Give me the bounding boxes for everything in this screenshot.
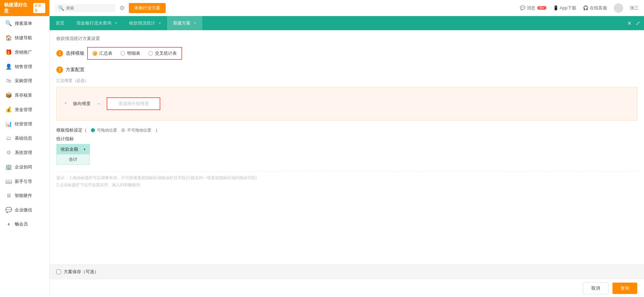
metrics-total-row: 合计 bbox=[57, 154, 90, 164]
sidebar-item-search-menu[interactable]: 🔍 搜索菜单 bbox=[0, 16, 49, 31]
tab-bank-flow-close[interactable]: × bbox=[115, 21, 117, 26]
tab-new-plan-close[interactable]: × bbox=[194, 21, 196, 26]
step2-header: 2 方案配置 bbox=[56, 66, 637, 73]
cancel-button[interactable]: 取消 bbox=[583, 282, 608, 294]
sidebar-item-label: 企业微信 bbox=[15, 207, 32, 213]
search-icon: 🔍 bbox=[58, 5, 64, 11]
sidebar-item-membership[interactable]: ♦ 畅会员 bbox=[0, 217, 49, 231]
query-button[interactable]: 查询 bbox=[612, 283, 637, 294]
sidebar-item-quick-nav[interactable]: 🏠 快捷导航 bbox=[0, 31, 49, 45]
tabs-bar: 首页 现金银行流水查询 × 收款情况统计 × 新建方案 × ✕ ⤢ bbox=[50, 16, 644, 30]
gift-icon: 🎁 bbox=[5, 49, 12, 55]
download-item[interactable]: 📱 App下载 bbox=[553, 5, 576, 11]
stat-label: 统计指标 bbox=[56, 136, 90, 142]
save-plan-checkbox[interactable] bbox=[56, 269, 61, 274]
step1-section: 1 选择模板 汇总表 明细表 交叉统计表 bbox=[56, 47, 637, 60]
notification-badge: 99+ bbox=[537, 6, 546, 10]
sidebar-item-label: 快捷导航 bbox=[15, 35, 32, 41]
tip1: 提示： 1.拖动标题栏可以调整布局，不可跨维度或指标区域拖动栏目字段(只能在同一… bbox=[56, 175, 637, 181]
sales-icon: 👤 bbox=[5, 63, 12, 70]
non-draggable-toggle: 不可拖动位置 bbox=[121, 128, 151, 133]
notification-item[interactable]: 💬 消息 99+ bbox=[520, 5, 546, 11]
draggable-label: 可拖动位置 bbox=[97, 128, 117, 133]
tabs-actions: ✕ ⤢ bbox=[623, 16, 644, 30]
radio-cross[interactable]: 交叉统计表 bbox=[148, 50, 177, 56]
tab-collection-stats-close[interactable]: × bbox=[159, 21, 161, 26]
content-inner: 收款情况统计方案设置 1 选择模板 汇总表 明细表 bbox=[50, 30, 644, 264]
sidebar-item-label: 采购管理 bbox=[15, 78, 32, 84]
radio-summary[interactable]: 汇总表 bbox=[93, 50, 112, 56]
step2-number: 2 bbox=[56, 66, 63, 73]
gear-icon[interactable]: ⚙ bbox=[119, 4, 125, 12]
support-label: 在线客服 bbox=[590, 5, 607, 11]
topbar-right: 💬 消息 99+ 📱 App下载 🎧 在线客服 张三 bbox=[520, 3, 639, 13]
basic-info-icon: 🗂 bbox=[5, 135, 12, 141]
logo-badge: 标准版 bbox=[33, 3, 45, 13]
sidebar-item-label: 库存核算 bbox=[15, 92, 32, 98]
metrics-setting-label: 模板指标设定（ bbox=[56, 127, 87, 133]
radio-detail-label: 明细表 bbox=[127, 50, 140, 56]
sidebar-item-label: 搜索菜单 bbox=[15, 20, 32, 27]
sidebar-item-enterprise-wechat[interactable]: 💬 企业微信 bbox=[0, 203, 49, 217]
chevron-down-icon[interactable]: ▾ bbox=[84, 147, 86, 152]
sidebar-item-sales[interactable]: 👤 销售管理 bbox=[0, 59, 49, 74]
metrics-label-row: 模板指标设定（ 可拖动位置 不可拖动位置 ） bbox=[56, 127, 637, 133]
save-plan-label: 方案保存（可选） bbox=[64, 269, 99, 275]
metrics-header[interactable]: 收款金额 ▾ bbox=[57, 144, 90, 154]
required-asterisk: * bbox=[65, 101, 66, 106]
content-footer: 方案保存（可选） bbox=[50, 264, 644, 279]
sidebar-item-label: 销售管理 bbox=[15, 64, 32, 70]
vertical-dim-label: 纵向维度 bbox=[73, 101, 91, 107]
sidebar-item-label: 畅会员 bbox=[15, 221, 28, 227]
dimension-placeholder[interactable]: 请选择分组维度 bbox=[107, 97, 160, 110]
sidebar-item-smart-hardware[interactable]: 🖥 智能硬件 bbox=[0, 189, 49, 203]
sidebar-item-finance[interactable]: 💰 资金管理 bbox=[0, 102, 49, 117]
non-draggable-label: 不可拖动位置 bbox=[127, 128, 151, 133]
step2-title: 方案配置 bbox=[66, 67, 85, 73]
newbie-icon: 📖 bbox=[5, 178, 12, 185]
download-label: App下载 bbox=[560, 5, 576, 11]
search-menu-icon: 🔍 bbox=[5, 20, 12, 27]
system-icon: ⚙ bbox=[5, 149, 12, 156]
support-icon: 🎧 bbox=[583, 5, 588, 10]
sidebar-item-label: 企业协同 bbox=[15, 164, 32, 170]
tab-bank-flow[interactable]: 现金银行流水查询 × bbox=[70, 16, 123, 30]
finance-icon: 💰 bbox=[5, 106, 12, 113]
maximize-icon[interactable]: ⤢ bbox=[636, 20, 640, 27]
home-icon: 🏠 bbox=[5, 35, 12, 41]
support-item[interactable]: 🎧 在线客服 bbox=[583, 5, 607, 11]
main-content: 🔍 ⚙ 体验行业方案 💬 消息 99+ 📱 App下载 🎧 在线客服 张三 bbox=[50, 0, 644, 297]
sidebar-item-label: 智能硬件 bbox=[15, 193, 32, 199]
search-input[interactable] bbox=[66, 6, 110, 10]
radio-summary-circle bbox=[93, 51, 97, 56]
industry-plan-button[interactable]: 体验行业方案 bbox=[129, 3, 166, 13]
search-box[interactable]: 🔍 bbox=[55, 4, 115, 12]
sidebar-item-inventory[interactable]: 📦 库存核算 bbox=[0, 88, 49, 102]
tab-collection-stats[interactable]: 收款情况统计 × bbox=[123, 16, 167, 30]
sidebar-item-management[interactable]: 📊 经营管理 bbox=[0, 117, 49, 131]
radio-cross-label: 交叉统计表 bbox=[155, 50, 177, 56]
radio-detail[interactable]: 明细表 bbox=[120, 50, 140, 56]
close-window-icon[interactable]: ✕ bbox=[627, 20, 632, 27]
sidebar-item-purchase[interactable]: 🛍 采购管理 bbox=[0, 74, 49, 88]
membership-icon: ♦ bbox=[5, 221, 12, 227]
tab-home-label: 首页 bbox=[56, 20, 64, 26]
tab-home[interactable]: 首页 bbox=[50, 16, 70, 30]
sidebar-item-enterprise[interactable]: 🏢 企业协同 bbox=[0, 160, 49, 174]
sidebar: 畅捷通好生意 标准版 🔍 搜索菜单 🏠 快捷导航 🎁 营销推广 👤 销售管理 🛍… bbox=[0, 0, 50, 297]
non-draggable-dot bbox=[121, 128, 125, 132]
tab-new-plan[interactable]: 新建方案 × bbox=[167, 16, 202, 30]
sidebar-item-newbie[interactable]: 📖 新手引导 bbox=[0, 174, 49, 189]
action-bar: 取消 查询 bbox=[50, 279, 644, 297]
notification-label: 消息 bbox=[527, 5, 535, 11]
draggable-dot bbox=[91, 128, 95, 132]
radio-summary-label: 汇总表 bbox=[99, 50, 112, 56]
metrics-container: 统计指标 收款金额 ▾ 合计 bbox=[56, 136, 637, 165]
sidebar-item-system[interactable]: ⚙ 系统管理 bbox=[0, 145, 49, 160]
sidebar-item-label: 新手引导 bbox=[15, 179, 32, 185]
avatar[interactable] bbox=[614, 3, 623, 13]
sidebar-item-basic-info[interactable]: 🗂 基础信息 bbox=[0, 131, 49, 145]
wechat-icon: 💬 bbox=[5, 207, 12, 213]
sidebar-item-marketing[interactable]: 🎁 营销推广 bbox=[0, 45, 49, 59]
inventory-icon: 📦 bbox=[5, 92, 12, 98]
